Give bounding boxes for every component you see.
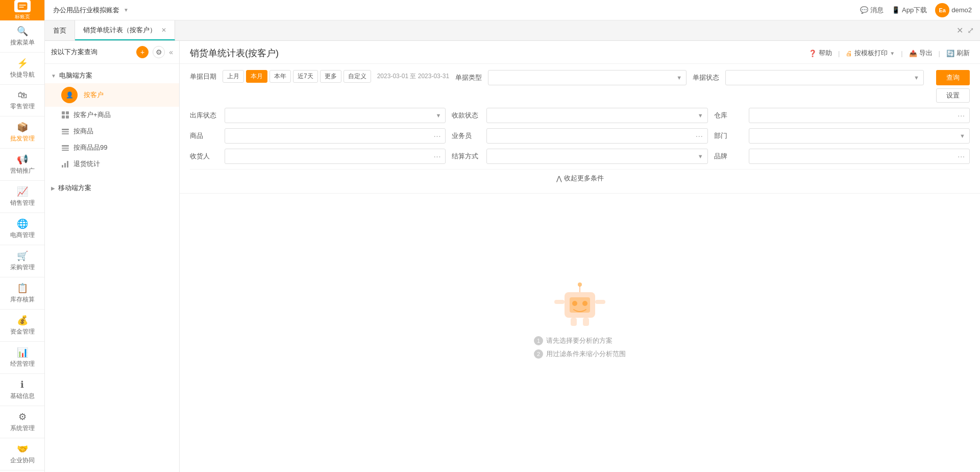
sidebar-item-retail-mgmt[interactable]: 🛍 零售管理 [0, 85, 44, 116]
sidebar-item-sales-mgmt[interactable]: 📈 销售管理 [0, 181, 44, 213]
tip-num-1: 1 [534, 336, 543, 345]
inventory-calc-icon: 📋 [17, 282, 28, 294]
filter-row-4: 收货人 ··· 结算方式 ▼ 品牌 ··· [190, 149, 970, 164]
collapse-panel-btn[interactable]: « [169, 48, 173, 56]
tree-child-by-customer-goods[interactable]: 按客户+商品 [45, 107, 179, 123]
svg-point-19 [578, 282, 582, 287]
sidebar-item-label: 销售管理 [10, 199, 35, 207]
date-btn-this-month[interactable]: 本月 [246, 70, 267, 83]
messages-btn[interactable]: 💬 消息 [860, 6, 884, 15]
header-dropdown-icon[interactable]: ▼ [124, 7, 129, 13]
app-download-btn[interactable]: 📱 App下载 [892, 6, 927, 15]
refresh-icon: 🔄 [946, 50, 954, 57]
date-btn-this-year[interactable]: 本年 [270, 70, 291, 83]
help-btn[interactable]: ❓ 帮助 [808, 49, 832, 58]
tab-close-icon[interactable]: ✕ [161, 27, 166, 34]
tree-child-label: 退货统计 [74, 159, 100, 169]
top-header: 办公用品行业模拟账套 ▼ 💬 消息 📱 App下载 Ea demo2 [45, 0, 980, 20]
logo-text: 标账页 [15, 13, 30, 20]
settlement-select[interactable]: ▼ [486, 149, 707, 164]
page-actions: ❓ 帮助 | 🖨 按模板打印 ▼ | 📤 导出 | [808, 49, 970, 58]
left-panel-actions: + ⚙ « [136, 46, 173, 58]
warehouse-select[interactable]: ··· [749, 108, 970, 123]
add-scheme-btn[interactable]: + [136, 46, 149, 58]
sidebar-item-operations-mgmt[interactable]: 📊 经营管理 [0, 342, 44, 374]
warehouse-label: 仓库 [714, 111, 743, 120]
tree-child-returns-stats[interactable]: 退货统计 [45, 156, 179, 172]
date-range-display: 2023-03-01 至 2023-03-31 [377, 72, 449, 81]
template-print-btn[interactable]: 🖨 按模板打印 ▼ [846, 49, 895, 58]
salesperson-dots-icon: ··· [696, 132, 703, 140]
export-btn[interactable]: 📤 导出 [909, 49, 933, 58]
tree-parent-mobile[interactable]: ▶ 移动端方案 [45, 180, 179, 196]
recipient-select[interactable]: ··· [225, 149, 446, 164]
doc-type-label: 单据类型 [455, 73, 484, 82]
main-area: 办公用品行业模拟账套 ▼ 💬 消息 📱 App下载 Ea demo2 首页 [45, 0, 980, 472]
tree-parent-desktop[interactable]: ▼ 电脑端方案 [45, 68, 179, 83]
department-select[interactable]: ▼ [749, 128, 970, 144]
sidebar-item-wholesale-mgmt[interactable]: 📦 批发管理 [0, 116, 44, 149]
sidebar-item-enterprise-coop[interactable]: 🤝 企业协同 [0, 438, 44, 470]
date-options: 上月 本月 本年 近7天 更多 自定义 [223, 70, 371, 83]
out-status-select[interactable]: ▼ [225, 108, 446, 123]
tab-home[interactable]: 首页 [45, 20, 75, 40]
sidebar-item-finance-mgmt[interactable]: 💰 资金管理 [0, 310, 44, 342]
tree-child-by-customer[interactable]: 👤 按客户 [45, 83, 179, 107]
tree-child-by-goods[interactable]: 按商品 [45, 123, 179, 139]
purchase-mgmt-icon: 🛒 [17, 250, 28, 262]
sidebar-item-marketing[interactable]: 📢 营销推广 [0, 149, 44, 181]
tree-arrow-mobile-icon: ▶ [51, 185, 55, 191]
collapse-more-btn[interactable]: ⋀ 收起更多条件 [190, 169, 970, 187]
svg-rect-2 [66, 111, 69, 114]
sidebar-item-label: 基础信息 [10, 392, 35, 400]
query-btn[interactable]: 查询 [936, 70, 970, 85]
settings-btn[interactable]: 设置 [936, 88, 970, 103]
tab-maximize-area: ✕ ⤢ [950, 26, 980, 35]
app-download-label: App下载 [902, 6, 927, 15]
doc-type-dropdown-icon: ▼ [676, 75, 682, 81]
settings-scheme-btn[interactable]: ⚙ [153, 46, 165, 58]
payment-status-select[interactable]: ▼ [486, 108, 707, 123]
tree-child-by-goods-99[interactable]: 按商品品99 [45, 139, 179, 156]
sidebar-item-purchase-mgmt[interactable]: 🛒 采购管理 [0, 245, 44, 277]
svg-rect-3 [62, 115, 65, 119]
refresh-btn[interactable]: 🔄 刷新 [946, 49, 970, 58]
sidebar-item-basic-info[interactable]: ℹ 基础信息 [0, 374, 44, 406]
by-customer-goods-icon [61, 111, 69, 119]
active-indicator: 👤 [61, 87, 78, 103]
date-btn-more[interactable]: 更多 [320, 70, 341, 83]
quick-nav-icon: ⚡ [17, 58, 28, 69]
salesperson-select[interactable]: ··· [486, 128, 707, 144]
tree-child-label: 按客户+商品 [74, 110, 111, 120]
sidebar-item-inventory-calc[interactable]: 📋 库存核算 [0, 277, 44, 310]
svg-rect-22 [571, 318, 577, 326]
tree-child-label: 按商品 [74, 127, 93, 136]
sidebar-item-label: 零售管理 [10, 102, 35, 111]
page-header: 销货单统计表(按客户) ❓ 帮助 | 🖨 按模板打印 ▼ | 📤 [180, 41, 980, 64]
left-panel-title: 按以下方案查询 [51, 48, 97, 57]
salesperson-label: 业务员 [452, 131, 480, 140]
tip-text-1: 请先选择要分析的方案 [546, 336, 612, 345]
filter-area: 单据日期 上月 本月 本年 近7天 更多 自定义 2023-03-01 至 20… [180, 64, 980, 194]
user-profile-btn[interactable]: Ea demo2 [935, 3, 972, 17]
tree-parent-mobile-label: 移动端方案 [58, 183, 91, 193]
doc-status-select[interactable]: ▼ [725, 70, 924, 85]
sidebar-item-quick-nav[interactable]: ⚡ 快捷导航 [0, 53, 44, 85]
window-maximize-icon[interactable]: ⤢ [967, 26, 974, 35]
date-btn-custom[interactable]: 自定义 [344, 70, 371, 83]
tab-sales-stats[interactable]: 销货单统计表（按客户） ✕ [75, 20, 175, 40]
help-label: 帮助 [819, 49, 832, 58]
goods-select[interactable]: ··· [225, 128, 446, 144]
doc-type-select[interactable]: ▼ [488, 70, 687, 85]
sidebar-item-ecommerce-mgmt[interactable]: 🌐 电商管理 [0, 213, 44, 245]
svg-rect-8 [62, 145, 69, 147]
date-btn-last-month[interactable]: 上月 [223, 70, 244, 83]
username-label: demo2 [951, 6, 972, 14]
sidebar-item-system-mgmt[interactable]: ⚙ 系统管理 [0, 406, 44, 438]
tab-bar: 首页 销货单统计表（按客户） ✕ ✕ ⤢ [45, 20, 980, 41]
sidebar-item-search-menu[interactable]: 🔍 搜索菜单 [0, 20, 44, 53]
brand-select[interactable]: ··· [749, 149, 970, 164]
svg-rect-1 [62, 111, 65, 114]
date-btn-last-7[interactable]: 近7天 [293, 70, 318, 83]
window-close-icon[interactable]: ✕ [957, 26, 963, 35]
